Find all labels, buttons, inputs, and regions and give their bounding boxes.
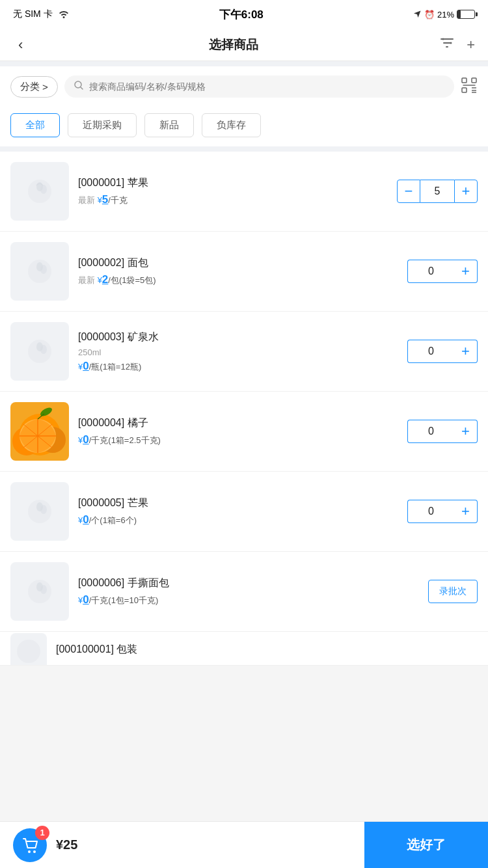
product-name: [000100001] 包装 bbox=[56, 643, 478, 657]
svg-point-31 bbox=[17, 640, 40, 663]
category-chevron-icon: > bbox=[42, 81, 48, 92]
svg-point-0 bbox=[442, 38, 444, 40]
tab-row: 全部 近期采购 新品 负库存 bbox=[0, 107, 488, 146]
scan-icon[interactable] bbox=[461, 77, 478, 97]
qty-plus-button[interactable]: + bbox=[454, 180, 478, 203]
search-icon bbox=[74, 80, 84, 93]
product-image-placeholder bbox=[10, 562, 69, 621]
product-spec: 250ml bbox=[78, 347, 407, 357]
search-input[interactable] bbox=[89, 81, 445, 92]
product-info: [0000004] 橘子 ¥0/千克(1箱=2.5千克) bbox=[78, 416, 407, 446]
product-price: 最新 ¥5/千克 bbox=[78, 193, 397, 206]
price-label: 最新 bbox=[78, 275, 98, 285]
category-label: 分类 bbox=[20, 81, 40, 93]
cart-badge: 1 bbox=[35, 826, 49, 840]
confirm-button[interactable]: 选好了 bbox=[364, 822, 488, 869]
svg-point-30 bbox=[40, 585, 47, 594]
price-unit: /包(1袋=5包) bbox=[108, 275, 156, 285]
product-name: [0000003] 矿泉水 bbox=[78, 331, 407, 344]
price-label: 最新 bbox=[78, 195, 98, 205]
status-left: 无 SIM 卡 bbox=[13, 8, 70, 20]
svg-point-12 bbox=[40, 185, 47, 194]
price-unit: /瓶(1箱=12瓶) bbox=[89, 362, 142, 372]
price-unit: /千克(1包=10千克) bbox=[89, 595, 159, 605]
product-info: [0000002] 面包 最新 ¥2/包(1袋=5包) bbox=[78, 256, 407, 286]
tab-new[interactable]: 新品 bbox=[144, 113, 194, 137]
tab-all[interactable]: 全部 bbox=[10, 113, 60, 137]
add-icon[interactable]: + bbox=[467, 36, 475, 53]
price-amount: 2 bbox=[102, 273, 108, 286]
back-button[interactable]: ‹ bbox=[13, 31, 28, 59]
qty-control: + bbox=[407, 260, 478, 283]
cart-section: 1 ¥25 bbox=[0, 828, 364, 862]
qty-plus-button[interactable]: + bbox=[454, 260, 478, 283]
qty-input[interactable] bbox=[420, 180, 454, 203]
svg-rect-3 bbox=[462, 78, 467, 83]
search-box bbox=[64, 75, 454, 98]
price-amount: 5 bbox=[102, 193, 108, 206]
qty-input[interactable] bbox=[407, 340, 454, 363]
product-item: [0000006] 手撕面包 ¥0/千克(1包=10千克) 录批次 bbox=[0, 552, 488, 632]
qty-control: + bbox=[407, 500, 478, 523]
price-unit: /个(1箱=6个) bbox=[89, 515, 137, 525]
product-image-orange bbox=[10, 402, 69, 461]
product-name: [0000002] 面包 bbox=[78, 256, 407, 270]
qty-control: + bbox=[407, 340, 478, 363]
carrier-label: 无 SIM 卡 bbox=[13, 8, 53, 20]
nav-bar: ‹ 选择商品 + bbox=[0, 29, 488, 61]
product-info: [000100001] 包装 bbox=[56, 643, 478, 660]
battery-icon bbox=[457, 10, 475, 19]
product-name: [0000001] 苹果 bbox=[78, 176, 397, 190]
product-item: [0000003] 矿泉水 250ml ¥0/瓶(1箱=12瓶) + bbox=[0, 312, 488, 392]
qty-input[interactable] bbox=[407, 260, 454, 283]
qty-control: − + bbox=[397, 180, 478, 203]
product-name: [0000005] 芒果 bbox=[78, 496, 407, 510]
product-list: [0000001] 苹果 最新 ¥5/千克 − + [0000002] 面包 最… bbox=[0, 152, 488, 666]
qty-input[interactable] bbox=[407, 420, 454, 443]
svg-point-15 bbox=[40, 265, 47, 274]
product-item: [0000004] 橘子 ¥0/千克(1箱=2.5千克) + bbox=[0, 392, 488, 472]
page-title: 选择商品 bbox=[209, 36, 258, 53]
search-row: 分类 > bbox=[0, 66, 488, 107]
product-info: [0000003] 矿泉水 250ml ¥0/瓶(1箱=12瓶) bbox=[78, 331, 407, 373]
product-image-placeholder bbox=[10, 322, 69, 381]
batch-button[interactable]: 录批次 bbox=[428, 580, 478, 603]
qty-plus-button[interactable]: + bbox=[454, 500, 478, 523]
divider-top bbox=[0, 61, 488, 66]
product-price: ¥0/千克(1包=10千克) bbox=[78, 593, 428, 606]
qty-plus-button[interactable]: + bbox=[454, 420, 478, 443]
product-item: [0000001] 苹果 最新 ¥5/千克 − + bbox=[0, 152, 488, 232]
price-amount: 0 bbox=[83, 433, 88, 446]
alarm-icon: ⏰ bbox=[424, 10, 435, 20]
price-unit: /千克(1箱=2.5千克) bbox=[89, 435, 161, 445]
price-amount: 0 bbox=[83, 360, 88, 372]
price-amount: 0 bbox=[83, 593, 88, 606]
tab-recent[interactable]: 近期采购 bbox=[68, 113, 137, 137]
svg-point-27 bbox=[40, 505, 47, 514]
product-name: [0000004] 橘子 bbox=[78, 416, 407, 430]
product-item: [0000005] 芒果 ¥0/个(1箱=6个) + bbox=[0, 472, 488, 552]
status-right: ⏰ 21% bbox=[413, 9, 475, 20]
qty-minus-button[interactable]: − bbox=[397, 180, 420, 203]
product-price: ¥0/个(1箱=6个) bbox=[78, 513, 407, 526]
qty-control: + bbox=[407, 420, 478, 443]
cart-button[interactable]: 1 bbox=[13, 828, 47, 862]
svg-point-1 bbox=[450, 42, 452, 44]
tab-negative[interactable]: 负库存 bbox=[202, 113, 261, 137]
category-button[interactable]: 分类 > bbox=[10, 76, 58, 98]
product-price: 最新 ¥2/包(1袋=5包) bbox=[78, 273, 407, 286]
qty-plus-button[interactable]: + bbox=[454, 340, 478, 363]
battery-percent: 21% bbox=[437, 10, 454, 20]
svg-point-18 bbox=[40, 345, 47, 354]
product-image-placeholder bbox=[10, 242, 69, 301]
qty-input[interactable] bbox=[407, 500, 454, 523]
product-info: [0000006] 手撕面包 ¥0/千克(1包=10千克) bbox=[78, 576, 428, 606]
divider-tabs bbox=[0, 146, 488, 152]
filter-icon[interactable] bbox=[439, 35, 455, 55]
svg-point-32 bbox=[28, 850, 31, 853]
svg-rect-5 bbox=[462, 88, 467, 92]
product-price: ¥0/瓶(1箱=12瓶) bbox=[78, 360, 407, 373]
status-time: 下午6:08 bbox=[219, 7, 264, 22]
product-item-partial: [000100001] 包装 bbox=[0, 632, 488, 666]
svg-point-33 bbox=[33, 850, 36, 853]
